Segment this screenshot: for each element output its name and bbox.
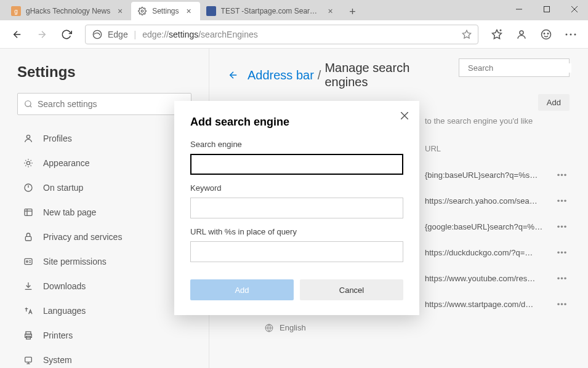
engine-row: {google:baseURL}search?q=%…•••: [425, 214, 570, 239]
dialog-close-button[interactable]: [401, 112, 408, 119]
nav-icon: [22, 182, 34, 194]
gear-icon: [137, 6, 147, 16]
back-button[interactable]: [6, 23, 28, 46]
favorites-button[interactable]: [486, 23, 508, 46]
tab-label: TEST -Startpage.com Search resu: [221, 7, 321, 15]
nav-item-profiles[interactable]: Profiles: [17, 126, 191, 151]
nav-icon: [22, 329, 34, 342]
more-icon[interactable]: •••: [555, 274, 570, 283]
maximize-button[interactable]: [533, 0, 560, 18]
nav-icon: [22, 132, 34, 145]
svg-point-16: [566, 33, 568, 35]
window-controls: [505, 0, 588, 18]
svg-point-19: [25, 101, 31, 106]
nav-item-appearance[interactable]: Appearance: [17, 151, 191, 175]
tab-close-icon[interactable]: ×: [326, 6, 336, 16]
nav-item-on-startup[interactable]: On startup: [17, 175, 191, 200]
svg-marker-8: [462, 30, 470, 38]
more-icon[interactable]: •••: [555, 196, 570, 206]
more-icon[interactable]: •••: [555, 222, 570, 231]
tab-strip: g gHacks Technology News × Settings × TE…: [0, 0, 361, 20]
forward-button[interactable]: [31, 23, 53, 46]
engine-url: {google:baseURL}search?q=%…: [425, 222, 555, 231]
browser-toolbar: Edge | edge://settings/searchEngines: [0, 20, 588, 49]
edge-logo-icon: [92, 29, 103, 40]
svg-point-12: [520, 31, 523, 34]
svg-point-14: [544, 33, 545, 34]
add-search-engine-dialog: Add search engine Search engine Keyword …: [174, 101, 419, 315]
nav-icon: [22, 157, 34, 169]
nav-icon: [22, 206, 34, 218]
label-url: URL with %s in place of query: [190, 227, 403, 236]
more-icon[interactable]: •••: [555, 248, 570, 257]
tab-label: Settings: [152, 7, 179, 15]
tab-ghacks[interactable]: g gHacks Technology News ×: [5, 2, 131, 20]
svg-point-15: [547, 33, 549, 34]
address-bar[interactable]: Edge | edge://settings/searchEngines: [85, 25, 478, 44]
tab-startpage[interactable]: TEST -Startpage.com Search resu ×: [200, 2, 342, 20]
search-settings-input[interactable]: [38, 99, 185, 109]
url-text: Edge | edge://settings/searchEngines: [108, 30, 462, 39]
more-icon[interactable]: •••: [555, 170, 570, 180]
search-settings-box[interactable]: [17, 93, 191, 115]
engine-row: https://duckduckgo.com/?q=…•••: [425, 239, 570, 265]
favorite-star-icon[interactable]: [462, 30, 472, 39]
new-tab-button[interactable]: +: [344, 3, 361, 20]
svg-point-17: [570, 33, 572, 35]
breadcrumb-link[interactable]: Address bar: [248, 68, 314, 82]
engine-url: https://duckduckgo.com/?q=…: [425, 248, 555, 257]
nav-icon: [22, 255, 34, 268]
settings-title: Settings: [17, 63, 191, 81]
dialog-cancel-button[interactable]: Cancel: [300, 279, 403, 300]
minimize-button[interactable]: [505, 0, 533, 18]
engine-search-input[interactable]: [468, 63, 571, 73]
nav-item-new-tab-page[interactable]: New tab page: [17, 200, 191, 225]
label-keyword: Keyword: [190, 183, 403, 193]
nav-item-languages[interactable]: Languages: [17, 298, 191, 323]
add-engine-button[interactable]: Add: [538, 94, 570, 111]
titlebar: g gHacks Technology News × Settings × TE…: [0, 0, 588, 20]
label-search-engine: Search engine: [190, 140, 403, 149]
input-keyword[interactable]: [190, 198, 403, 218]
svg-line-20: [30, 106, 32, 108]
engine-row: https://search.yahoo.com/sea…•••: [425, 188, 570, 214]
refresh-button[interactable]: [55, 23, 78, 46]
svg-point-22: [26, 161, 30, 164]
tab-close-icon[interactable]: ×: [184, 6, 194, 16]
engine-url: https://www.youtube.com/res…: [425, 274, 555, 283]
nav-item-privacy-and-services[interactable]: Privacy and services: [17, 225, 191, 249]
engine-row: {bing:baseURL}search?q=%s…•••: [425, 162, 570, 188]
nav-icon: [22, 354, 34, 366]
nav-item-system[interactable]: System: [17, 348, 191, 368]
engine-search-box[interactable]: [459, 58, 570, 77]
tab-settings[interactable]: Settings ×: [131, 2, 199, 20]
feedback-button[interactable]: [535, 23, 557, 46]
close-window-button[interactable]: [560, 0, 588, 18]
breadcrumb-back-icon[interactable]: [228, 70, 239, 81]
menu-button[interactable]: [560, 23, 582, 46]
favicon-startpage: [206, 6, 216, 16]
search-icon: [24, 100, 33, 108]
svg-point-18: [574, 33, 576, 35]
svg-rect-38: [25, 357, 32, 362]
nav-item-site-permissions[interactable]: Site permissions: [17, 249, 191, 274]
nav-item-printers[interactable]: Printers: [17, 323, 191, 348]
nav-icon: [22, 231, 34, 243]
nav-icon: [22, 305, 34, 317]
input-search-engine-name[interactable]: [190, 154, 403, 175]
language-row: English: [228, 323, 570, 332]
input-url[interactable]: [190, 241, 403, 262]
nav-item-downloads[interactable]: Downloads: [17, 274, 191, 298]
engine-url: https://www.startpage.com/d…: [425, 300, 555, 309]
tab-close-icon[interactable]: ×: [115, 6, 125, 16]
globe-icon: [265, 324, 273, 332]
svg-rect-28: [25, 236, 31, 241]
more-icon[interactable]: •••: [555, 300, 570, 309]
favicon-ghacks: g: [11, 6, 21, 16]
engine-url: https://search.yahoo.com/sea…: [425, 196, 555, 206]
svg-rect-25: [25, 209, 32, 216]
svg-rect-2: [544, 7, 549, 12]
engine-row: https://www.youtube.com/res…•••: [425, 265, 570, 291]
profile-button[interactable]: [510, 23, 533, 46]
dialog-add-button[interactable]: Add: [190, 279, 294, 300]
